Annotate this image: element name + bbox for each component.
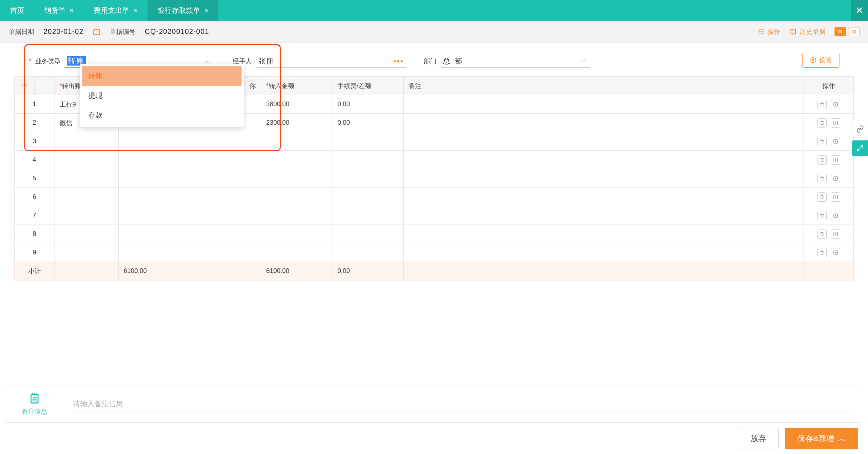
trash-icon xyxy=(820,120,825,125)
cell-out-amount[interactable] xyxy=(119,206,261,225)
add-row-button[interactable] xyxy=(831,248,840,257)
dept-select[interactable]: 总 部 ﹀ xyxy=(441,55,590,68)
cell-out-account[interactable] xyxy=(55,206,119,225)
delete-row-button[interactable] xyxy=(817,229,827,239)
svg-rect-14 xyxy=(854,32,856,33)
cell-out-amount[interactable] xyxy=(119,243,261,262)
handler-select[interactable]: 张阳 ••• xyxy=(256,55,406,68)
column-config-button[interactable] xyxy=(15,77,35,95)
row-index: 9 xyxy=(15,243,55,262)
cell-fee[interactable] xyxy=(332,151,404,169)
cell-in-amount[interactable] xyxy=(261,169,332,188)
cell-out-amount[interactable] xyxy=(119,188,261,206)
cell-in-amount[interactable]: 3800.00 xyxy=(261,95,332,114)
history-button[interactable]: 历史单据 xyxy=(790,27,825,36)
delete-row-button[interactable] xyxy=(817,192,827,202)
delete-row-button[interactable] xyxy=(817,100,827,109)
attachment-button[interactable] xyxy=(852,121,868,137)
cell-out-account[interactable] xyxy=(55,225,119,243)
cell-out-account[interactable] xyxy=(55,243,119,262)
svg-point-7 xyxy=(759,33,760,34)
delete-row-button[interactable] xyxy=(817,174,827,183)
add-row-button[interactable] xyxy=(831,174,840,183)
row-index: 3 xyxy=(15,132,55,151)
cell-fee[interactable]: 0.00 xyxy=(332,95,404,114)
cell-out-amount[interactable] xyxy=(119,151,261,169)
calendar-icon[interactable] xyxy=(93,28,100,36)
dropdown-option-transfer[interactable]: 转账 xyxy=(82,66,242,86)
add-row-button[interactable] xyxy=(831,137,840,146)
cell-out-amount[interactable] xyxy=(119,132,261,151)
trash-icon xyxy=(820,250,825,255)
delete-row-button[interactable] xyxy=(817,118,827,128)
cell-remark[interactable] xyxy=(404,169,804,188)
delete-row-button[interactable] xyxy=(817,248,827,257)
cell-fee[interactable] xyxy=(332,169,404,188)
cell-out-amount[interactable] xyxy=(119,169,261,188)
add-row-button[interactable] xyxy=(831,155,840,165)
ops-menu-button[interactable]: 操作 xyxy=(758,27,780,36)
tab-bank[interactable]: 银行存取款单✕ xyxy=(148,0,218,21)
fullscreen-button[interactable] xyxy=(852,140,868,156)
dropdown-option-deposit[interactable]: 存款 xyxy=(82,105,242,125)
close-icon[interactable]: ✕ xyxy=(133,7,138,14)
delete-row-button[interactable] xyxy=(817,211,827,220)
delete-row-button[interactable] xyxy=(817,137,827,146)
cell-out-account[interactable] xyxy=(55,132,119,151)
cell-fee[interactable] xyxy=(332,132,404,151)
close-panel-button[interactable]: ✕ xyxy=(851,0,868,21)
cell-in-amount[interactable] xyxy=(261,206,332,225)
chevron-up-icon: ︿ xyxy=(838,433,846,444)
cell-fee[interactable] xyxy=(332,188,404,206)
cell-remark[interactable] xyxy=(404,151,804,169)
tab-expense[interactable]: 费用支出单✕ xyxy=(84,0,148,21)
cell-fee[interactable] xyxy=(332,225,404,243)
cancel-button[interactable]: 放弃 xyxy=(738,428,779,449)
cell-fee[interactable] xyxy=(332,243,404,262)
dropdown-option-withdraw[interactable]: 提现 xyxy=(82,86,242,105)
cell-out-account[interactable] xyxy=(55,169,119,188)
save-and-new-button[interactable]: 保存&新增 ︿ xyxy=(785,428,858,449)
close-icon[interactable]: ✕ xyxy=(204,7,208,14)
cell-remark[interactable] xyxy=(404,132,804,151)
view-list-button[interactable] xyxy=(835,27,846,36)
cell-remark[interactable] xyxy=(404,114,804,132)
settings-button[interactable]: 设置 xyxy=(802,53,839,68)
cell-out-account[interactable] xyxy=(55,188,119,206)
tab-home[interactable]: 首页 xyxy=(0,0,34,21)
date-value[interactable]: 2020-01-02 xyxy=(43,27,83,36)
remarks-input[interactable] xyxy=(72,396,853,412)
table-row: 6 xyxy=(15,188,854,206)
cell-remark[interactable] xyxy=(404,243,804,262)
add-row-button[interactable] xyxy=(831,118,840,128)
row-index: 5 xyxy=(15,169,55,188)
view-card-button[interactable] xyxy=(848,27,859,36)
cell-remark[interactable] xyxy=(404,225,804,243)
cell-out-account[interactable] xyxy=(55,151,119,169)
cell-fee[interactable] xyxy=(332,206,404,225)
side-rail xyxy=(852,121,868,156)
cell-in-amount[interactable] xyxy=(261,151,332,169)
cell-in-amount[interactable] xyxy=(261,188,332,206)
add-row-button[interactable] xyxy=(831,211,840,220)
cell-out-amount[interactable] xyxy=(119,225,261,243)
add-row-button[interactable] xyxy=(831,229,840,239)
cell-in-amount[interactable] xyxy=(261,243,332,262)
cell-in-amount[interactable] xyxy=(261,225,332,243)
trash-icon xyxy=(820,195,825,200)
cell-in-amount[interactable]: 2300.00 xyxy=(261,114,332,132)
plus-icon xyxy=(833,102,838,107)
handler-value: 张阳 xyxy=(258,56,275,66)
cell-remark[interactable] xyxy=(404,188,804,206)
history-label: 历史单据 xyxy=(800,27,825,36)
cell-remark[interactable] xyxy=(404,95,804,114)
cell-remark[interactable] xyxy=(404,206,804,225)
cell-in-amount[interactable] xyxy=(261,132,332,151)
cell-ops xyxy=(804,225,854,243)
add-row-button[interactable] xyxy=(831,100,840,109)
cell-fee[interactable]: 0.00 xyxy=(332,114,404,132)
tab-sales[interactable]: 销货单✕ xyxy=(34,0,84,21)
delete-row-button[interactable] xyxy=(817,155,827,165)
add-row-button[interactable] xyxy=(831,192,840,202)
close-icon[interactable]: ✕ xyxy=(69,7,74,14)
